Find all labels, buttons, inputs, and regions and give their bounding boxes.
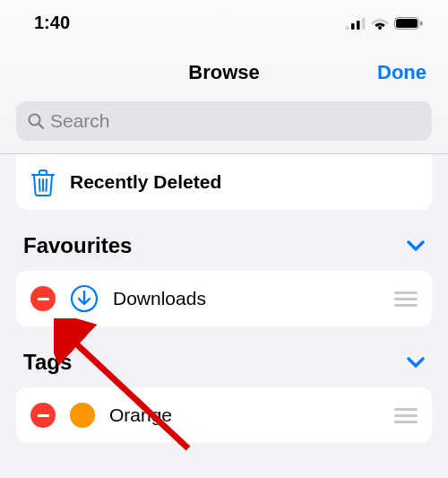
page-title: Browse bbox=[188, 61, 259, 84]
recently-deleted-label: Recently Deleted bbox=[70, 171, 418, 193]
svg-rect-2 bbox=[357, 21, 360, 30]
drag-handle-icon[interactable] bbox=[394, 408, 418, 423]
favourites-header[interactable]: Favourites bbox=[16, 233, 432, 258]
done-button[interactable]: Done bbox=[377, 61, 426, 84]
downloads-icon bbox=[70, 284, 99, 313]
favourites-title: Favourites bbox=[23, 233, 132, 258]
tags-title: Tags bbox=[23, 350, 72, 375]
svg-rect-7 bbox=[420, 21, 423, 25]
wifi-icon bbox=[371, 17, 389, 30]
svg-line-11 bbox=[39, 179, 40, 191]
search-field[interactable] bbox=[16, 101, 432, 141]
svg-rect-3 bbox=[362, 18, 366, 30]
tag-color-dot bbox=[70, 403, 95, 428]
search-input[interactable] bbox=[50, 110, 421, 132]
status-time: 1:40 bbox=[34, 13, 70, 33]
svg-line-13 bbox=[47, 179, 47, 191]
tags-header[interactable]: Tags bbox=[16, 350, 432, 375]
favourite-item-downloads[interactable]: Downloads bbox=[30, 271, 418, 326]
favourite-item-label: Downloads bbox=[113, 288, 380, 309]
remove-tag-button[interactable] bbox=[30, 403, 56, 428]
recently-deleted-row[interactable]: Recently Deleted bbox=[30, 154, 418, 210]
tag-item-orange[interactable]: Orange bbox=[30, 387, 418, 443]
nav-bar: Browse Done bbox=[0, 53, 448, 92]
svg-rect-6 bbox=[396, 19, 418, 28]
chevron-down-icon bbox=[407, 357, 425, 368]
chevron-down-icon bbox=[407, 240, 425, 251]
status-bar: 1:40 bbox=[0, 0, 448, 40]
status-icons bbox=[346, 17, 423, 30]
svg-rect-0 bbox=[346, 26, 349, 30]
battery-icon bbox=[394, 17, 423, 30]
tag-item-label: Orange bbox=[109, 404, 380, 426]
remove-favourite-button[interactable] bbox=[30, 286, 56, 311]
cellular-icon bbox=[346, 17, 366, 30]
trash-icon bbox=[30, 168, 56, 196]
svg-point-4 bbox=[378, 26, 382, 30]
search-icon bbox=[27, 112, 45, 130]
svg-line-9 bbox=[39, 124, 43, 128]
svg-rect-1 bbox=[351, 23, 355, 30]
drag-handle-icon[interactable] bbox=[394, 291, 418, 307]
